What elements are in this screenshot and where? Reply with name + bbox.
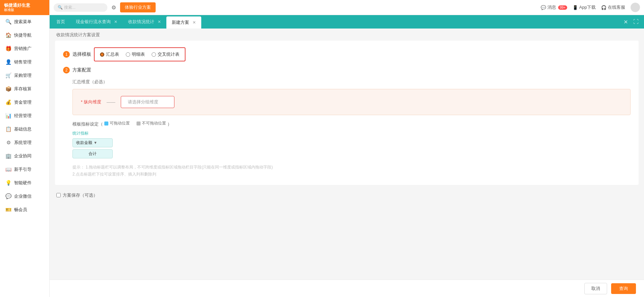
user-icon: 👤 [5, 59, 11, 65]
page-title: 收款情况统计方案设置 [50, 29, 644, 41]
clipboard-icon: 📋 [5, 126, 11, 132]
save-option-row: 方案保存（可选） [50, 189, 644, 202]
dimension-selector[interactable]: 请选择分组维度 [121, 96, 174, 108]
download-icon: 📱 [573, 5, 578, 10]
sidebar: 畅捷通好生意 标准版 🔍 搜索菜单 🏠 快捷导航 🎁 营销推广 👤 销售管理 🛒… [0, 0, 50, 297]
tab-bank-flow[interactable]: 现金银行流水查询 ✕ [70, 15, 123, 29]
non-draggable-indicator: 不可拖动位置 [137, 120, 166, 126]
ticket-icon: 🎫 [5, 207, 11, 213]
logo-sub: 标准版 [4, 8, 30, 12]
hint-text: 提示： 1.拖动标题栏可以调整布局，不可跨维度或指标区域拖动栏目字段(只能在同一… [72, 164, 631, 178]
radio-summary[interactable]: 汇总表 [100, 51, 119, 57]
draggable-dot [104, 121, 108, 126]
cancel-button[interactable]: 取消 [584, 283, 607, 294]
download-label: App下载 [579, 4, 596, 10]
step1-header: 1 选择模板 汇总表 明细表 交叉统计表 [63, 47, 631, 61]
user-avatar[interactable] [631, 3, 640, 12]
gift-icon: 🎁 [5, 46, 11, 52]
tab-home[interactable]: 首页 [51, 15, 70, 29]
tabbar-expand-btn[interactable]: ⛶ [632, 18, 640, 26]
radio-cross-input[interactable] [152, 52, 156, 57]
sidebar-item-system[interactable]: ⚙ 系统管理 [0, 136, 49, 149]
metrics-sub-tag-total: 合计 [72, 149, 113, 158]
topbar-right: 💬 消息 99+ 📱 App下载 🎧 在线客服 [541, 3, 640, 12]
metrics-tag-amount[interactable]: 收款金额 ▼ [72, 138, 113, 147]
tab-home-label: 首页 [56, 19, 65, 25]
cart-icon: 🛒 [5, 72, 11, 79]
notification-badge: 99+ [558, 5, 567, 10]
logo-text: 畅捷通好生意 [4, 3, 30, 8]
draggable-indicator: 可拖动位置 [104, 120, 130, 126]
query-button[interactable]: 查询 [611, 283, 636, 294]
sidebar-item-label: 快捷导航 [14, 32, 32, 38]
chat-icon: 💬 [5, 193, 11, 199]
sidebar-item-sales[interactable]: 👤 销售管理 [0, 55, 49, 69]
radio-detail-input[interactable] [126, 52, 130, 57]
sidebar-item-purchase[interactable]: 🛒 采购管理 [0, 69, 49, 82]
metrics-tags: 收款金额 ▼ 合计 [72, 138, 113, 158]
step1-label: 选择模板 [72, 51, 91, 57]
sidebar-item-label: 基础信息 [14, 126, 32, 132]
trial-btn[interactable]: 体验行业方案 [120, 2, 156, 12]
sidebar-item-finance[interactable]: 💰 资金管理 [0, 96, 49, 109]
box-icon: 📦 [5, 86, 11, 92]
sidebar-item-label: 采购管理 [14, 72, 32, 79]
arrow-icon: —— [107, 100, 115, 105]
topbar-search-placeholder: 搜索... [64, 5, 75, 10]
sidebar-item-wechat[interactable]: 💬 企业微信 [0, 190, 49, 203]
sidebar-item-label: 营销推广 [14, 46, 32, 52]
save-checkbox[interactable] [56, 193, 61, 197]
sidebar-item-label: 智能硬件 [14, 180, 32, 186]
tab-receipt-stats-close[interactable]: ✕ [158, 19, 161, 24]
hint-line-2: 2.点击标题栏下拉可设置排序、插入列和删除列 [72, 171, 631, 178]
tab-bank-flow-close[interactable]: ✕ [114, 19, 117, 24]
sidebar-item-guide[interactable]: 📖 新手引导 [0, 163, 49, 176]
tab-new-plan-close[interactable]: ✕ [193, 20, 196, 25]
metrics-config-text: 模板指标设定（ 可拖动位置 不可拖动位置 ） [72, 120, 172, 127]
service-icon: 🎧 [601, 5, 606, 10]
tab-new-plan[interactable]: 新建方案 ✕ [166, 16, 201, 29]
tab-receipt-stats-label: 收款情况统计 [128, 19, 154, 25]
tabbar-actions: ✕ ⛶ [622, 15, 643, 29]
book-icon: 📖 [5, 166, 11, 172]
tabbar-close-btn[interactable]: ✕ [622, 18, 629, 26]
sidebar-item-search-menu[interactable]: 🔍 搜索菜单 [0, 15, 49, 29]
sidebar-item-quick-nav[interactable]: 🏠 快捷导航 [0, 29, 49, 42]
sidebar-item-operations[interactable]: 📊 经营管理 [0, 109, 49, 122]
topbar: 🔍 搜索... ⚙ 体验行业方案 💬 消息 99+ 📱 App下载 🎧 在线客服 [50, 0, 644, 15]
notification-item[interactable]: 💬 消息 99+ [541, 4, 567, 10]
notification-label: 消息 [547, 4, 556, 10]
template-selector: 汇总表 明细表 交叉统计表 [94, 47, 185, 61]
notification-icon: 💬 [541, 5, 546, 10]
topbar-gear-icon[interactable]: ⚙ [111, 4, 116, 11]
radio-detail[interactable]: 明细表 [126, 51, 145, 57]
metrics-config-row: 模板指标设定（ 可拖动位置 不可拖动位置 ） [72, 120, 631, 127]
sidebar-item-label: 新手引导 [14, 166, 32, 172]
sidebar-item-label: 经营管理 [14, 113, 32, 119]
download-item[interactable]: 📱 App下载 [573, 4, 596, 10]
radio-summary-input[interactable] [100, 52, 104, 57]
radio-cross[interactable]: 交叉统计表 [152, 51, 179, 57]
radio-cross-label: 交叉统计表 [158, 51, 179, 57]
search-menu-icon: 🔍 [5, 19, 11, 25]
sidebar-item-enterprise[interactable]: 🏢 企业协同 [0, 149, 49, 163]
sidebar-item-base-info[interactable]: 📋 基础信息 [0, 122, 49, 136]
step2-badge: 2 [63, 67, 70, 73]
main-area: 🔍 搜索... ⚙ 体验行业方案 💬 消息 99+ 📱 App下载 🎧 在线客服 [50, 0, 644, 297]
service-item[interactable]: 🎧 在线客服 [601, 4, 625, 10]
tab-receipt-stats[interactable]: 收款情况统计 ✕ [123, 15, 166, 29]
sidebar-item-hardware[interactable]: 💡 智能硬件 [0, 176, 49, 190]
tabbar: 首页 现金银行流水查询 ✕ 收款情况统计 ✕ 新建方案 ✕ ✕ ⛶ [50, 15, 644, 29]
step2-header: 2 方案配置 [63, 67, 631, 73]
sidebar-item-inventory[interactable]: 📦 库存核算 [0, 82, 49, 96]
chart-icon: 📊 [5, 113, 11, 119]
topbar-search[interactable]: 🔍 搜索... [54, 3, 107, 12]
dimension-area: 纵向维度 —— 请选择分组维度 [72, 89, 631, 115]
tab-new-plan-label: 新建方案 [172, 19, 189, 26]
sidebar-item-marketing[interactable]: 🎁 营销推广 [0, 42, 49, 55]
sidebar-item-label: 资金管理 [14, 99, 32, 105]
sidebar-item-member[interactable]: 🎫 畅会员 [0, 203, 49, 216]
metrics-group: 统计指标 收款金额 ▼ 合计 [72, 131, 113, 158]
config-card: 1 选择模板 汇总表 明细表 交叉统计表 [55, 41, 639, 185]
sidebar-item-label: 搜索菜单 [14, 19, 32, 25]
